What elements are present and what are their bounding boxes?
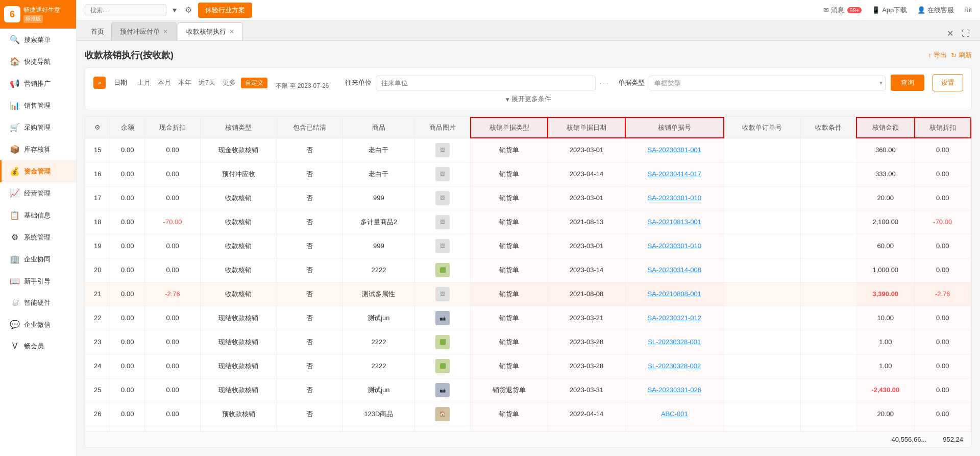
cell-collect-terms (800, 210, 856, 234)
cell-bill-no[interactable]: SA-20230301-010 (625, 234, 724, 258)
sidebar-item-member[interactable]: V 畅会员 (0, 335, 76, 357)
sidebar-item-basic[interactable]: 📋 基础信息 (0, 204, 76, 226)
th-cancel-amount: 核销金额 (856, 117, 914, 138)
query-button[interactable]: 查询 (891, 75, 924, 91)
tab-prepay[interactable]: 预付冲应付单 ✕ (111, 22, 177, 40)
table-row: 20 0.00 0.00 收款核销 否 2222 🟩 销货单 2023-03-1… (85, 258, 971, 282)
date-range-container: 不限 至 2023-07-26 (276, 76, 329, 90)
solution-button[interactable]: 休验行业方案 (198, 3, 252, 18)
cell-cancel-type: 收款核销 (200, 258, 277, 282)
settings-btn-container: 设置 (933, 74, 963, 91)
cell-cancel-type: 收款核销 (200, 282, 277, 306)
refresh-button[interactable]: ↻ 刷新 (951, 51, 972, 60)
type-select[interactable]: 单据类型 (649, 76, 886, 90)
expand-more-button[interactable]: ▾ 展开更多条件 (506, 94, 551, 104)
partner-label: 往来单位 (345, 78, 372, 87)
tabbar-actions: ✕ ⛶ (945, 27, 972, 40)
cell-bill-no[interactable]: SA-20210813-001 (625, 210, 724, 234)
cell-collect-order (724, 138, 801, 162)
prepay-tab-close[interactable]: ✕ (163, 28, 168, 35)
cell-collect-order (724, 210, 801, 234)
cell-collect-order (724, 186, 801, 210)
cell-bill-no[interactable]: SL-20230408-001 (625, 426, 724, 431)
cell-bill-no[interactable]: SL-20230328-001 (625, 330, 724, 354)
sidebar-item-guide[interactable]: 📖 新手引导 (0, 270, 76, 292)
cell-bill-no[interactable]: ABC-001 (625, 402, 724, 426)
sidebar-label-member: 畅会员 (24, 342, 44, 351)
sidebar-item-operation[interactable]: 📈 经营管理 (0, 182, 76, 204)
table-row: 21 0.00 -2.76 收款核销 否 测试多属性 🖼 销货单 2021-08… (85, 282, 971, 306)
cell-balance: 0.00 (110, 306, 145, 330)
table-row: 17 0.00 0.00 收款核销 否 999 🖼 销货单 2023-03-01… (85, 186, 971, 210)
cell-cash-discount: 0.00 (145, 306, 201, 330)
cell-no: 15 (85, 138, 110, 162)
online-service-btn[interactable]: 👤 在线客服 (917, 6, 954, 15)
sidebar-item-inventory[interactable]: 📦 库存核算 (0, 138, 76, 160)
table-row: 24 0.00 0.00 现结收款核销 否 2222 🟩 销货单 2023-03… (85, 354, 971, 378)
cell-cancel-amount: 2,100.00 (856, 210, 914, 234)
cell-cancel-type: 收款核销 (200, 186, 277, 210)
cell-goods-img: 🟩 (414, 258, 471, 282)
export-button[interactable]: ↑ 导出 (928, 51, 947, 60)
tab-home[interactable]: 首页 (85, 23, 110, 40)
sidebar-label-search: 搜索菜单 (24, 35, 51, 44)
cell-collect-order (724, 258, 801, 282)
date-this-month-btn[interactable]: 本月 (156, 77, 173, 88)
cell-bill-no[interactable]: SA-20230414-017 (625, 162, 724, 186)
cell-bill-no[interactable]: SA-20230314-008 (625, 258, 724, 282)
settings-icon[interactable]: ⚙ (183, 3, 194, 17)
page-title: 收款核销执行(按收款) (85, 49, 174, 61)
search-input[interactable] (85, 4, 166, 16)
cell-cash-discount: 0.00 (145, 258, 201, 282)
cell-bill-no[interactable]: SA-20230331-026 (625, 378, 724, 402)
filter-expand-button[interactable]: » (93, 77, 106, 89)
table-footer: 40,556,66... 952.24 (85, 431, 971, 447)
cell-collect-order (724, 162, 801, 186)
table-scroll-area[interactable]: ⚙ 余额 现金折扣 核销类型 包含已结清 商品 商品图片 核销单据类型 核销单据… (85, 117, 971, 431)
maximize-icon[interactable]: ⛶ (960, 27, 972, 40)
dropdown-icon[interactable]: ▾ (170, 3, 179, 17)
app-download-btn[interactable]: 📱 App下载 (872, 6, 907, 15)
cell-cancel-discount: 0.00 (915, 258, 971, 282)
cell-collect-terms (800, 234, 856, 258)
cell-bill-no[interactable]: SA-20210808-001 (625, 282, 724, 306)
th-collect-terms: 收款条件 (800, 117, 856, 138)
sidebar-item-hardware[interactable]: 🖥 智能硬件 (0, 292, 76, 314)
cell-collect-terms (800, 186, 856, 210)
message-btn[interactable]: ✉ 消息 99+ (823, 6, 862, 15)
date-7days-btn[interactable]: 近7天 (197, 77, 217, 88)
cell-bill-no[interactable]: SL-20230328-002 (625, 354, 724, 378)
sidebar-item-finance[interactable]: 💰 资金管理 (0, 160, 76, 182)
date-more-btn[interactable]: 更多 (220, 77, 238, 88)
sidebar-item-sales[interactable]: 📊 销售管理 (0, 94, 76, 116)
sidebar-item-search[interactable]: 🔍 搜索菜单 (0, 29, 76, 51)
cell-bill-type: 销货单 (471, 162, 548, 186)
sidebar-item-purchase[interactable]: 🛒 采购管理 (0, 116, 76, 138)
close-window-icon[interactable]: ✕ (945, 27, 955, 40)
cell-bill-date: 2021-08-13 (548, 210, 625, 234)
cell-goods: 老白干 (343, 138, 415, 162)
date-this-year-btn[interactable]: 本年 (176, 77, 193, 88)
type-filter-group: 单据类型 单据类型 ▾ (618, 76, 883, 90)
th-goods-img: 商品图片 (414, 117, 471, 138)
date-last-month-btn[interactable]: 上月 (135, 77, 153, 88)
sidebar-item-enterprise[interactable]: 🏢 企业协同 (0, 248, 76, 270)
tab-bar: 首页 预付冲应付单 ✕ 收款核销执行 ✕ ✕ ⛶ (77, 20, 980, 41)
date-custom-button[interactable]: 自定义 (241, 78, 267, 88)
settings-button[interactable]: 设置 (933, 74, 963, 91)
sidebar-item-marketing[interactable]: 📢 营销推广 (0, 73, 76, 94)
sidebar-label-marketing: 营销推广 (24, 79, 51, 88)
sidebar-item-quick-nav[interactable]: 🏠 快捷导航 (0, 51, 76, 73)
app-download-label: App下载 (882, 6, 907, 15)
tab-collect[interactable]: 收款核销执行 ✕ (178, 22, 243, 40)
sidebar-item-wechat[interactable]: 💬 企业微信 (0, 314, 76, 335)
cell-cash-discount: 0.00 (145, 354, 201, 378)
cell-bill-type: 销货单 (471, 402, 548, 426)
cell-bill-no[interactable]: SA-20230301-001 (625, 138, 724, 162)
cell-bill-no[interactable]: SA-20230321-012 (625, 306, 724, 330)
sidebar-item-system[interactable]: ⚙ 系统管理 (0, 226, 76, 248)
partner-input[interactable] (376, 76, 596, 90)
collect-tab-close[interactable]: ✕ (229, 28, 234, 35)
cell-bill-no[interactable]: SA-20230301-010 (625, 186, 724, 210)
cell-no: 22 (85, 306, 110, 330)
